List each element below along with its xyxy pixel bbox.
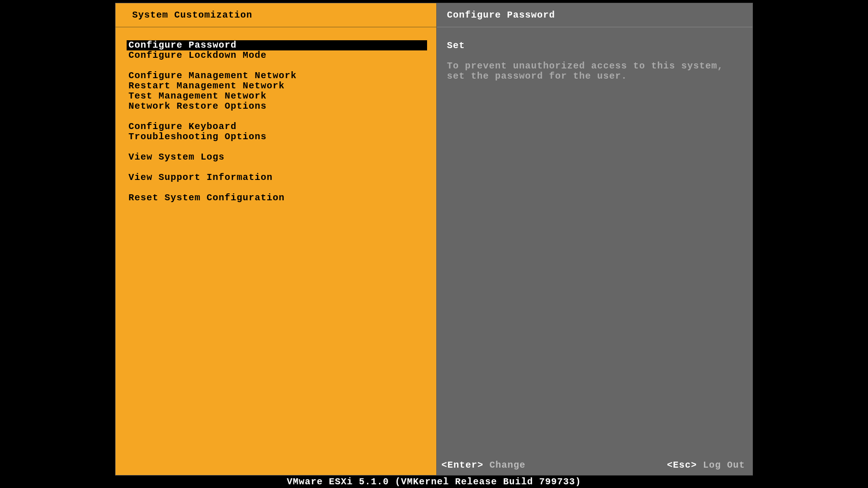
menu-group: View System Logs [116, 152, 436, 162]
menu-group: Configure Password Configure Lockdown Mo… [116, 40, 436, 61]
version-info: VMware ESXi 5.1.0 (VMKernel Release Buil… [287, 476, 581, 487]
menu-item-configure-management-network[interactable]: Configure Management Network [116, 71, 436, 81]
menu-container: Configure Password Configure Lockdown Mo… [116, 27, 436, 213]
menu-item-troubleshooting-options[interactable]: Troubleshooting Options [116, 132, 436, 142]
menu-item-reset-system-configuration[interactable]: Reset System Configuration [116, 193, 436, 203]
menu-group: Configure Keyboard Troubleshooting Optio… [116, 122, 436, 142]
left-panel: System Customization Configure Password … [116, 3, 437, 475]
right-content: Set To prevent unauthorized access to th… [437, 27, 752, 475]
password-status: Set [447, 40, 742, 51]
menu-item-configure-keyboard[interactable]: Configure Keyboard [116, 122, 436, 132]
right-panel: Configure Password Set To prevent unauth… [437, 3, 752, 475]
footer-bar: <Enter> Change <Esc> Log Out [437, 455, 752, 475]
left-panel-title: System Customization [116, 3, 436, 27]
menu-group: View Support Information [116, 173, 436, 183]
menu-item-view-system-logs[interactable]: View System Logs [116, 152, 436, 162]
menu-group: Configure Management Network Restart Man… [116, 71, 436, 111]
menu-item-view-support-information[interactable]: View Support Information [116, 173, 436, 183]
menu-item-configure-password[interactable]: Configure Password [127, 40, 427, 50]
esc-key-label: <Esc> [667, 460, 697, 470]
enter-key-label: <Enter> [441, 460, 483, 470]
menu-group: Reset System Configuration [116, 193, 436, 203]
dcui-main-container: System Customization Configure Password … [115, 3, 753, 476]
password-description: To prevent unauthorized access to this s… [447, 61, 742, 81]
footer-esc-hint: <Esc> Log Out [667, 460, 745, 470]
footer-enter-hint: <Enter> Change [441, 460, 526, 470]
enter-action-label: Change [489, 460, 526, 470]
menu-item-restart-management-network[interactable]: Restart Management Network [116, 81, 436, 91]
menu-item-configure-lockdown-mode[interactable]: Configure Lockdown Mode [116, 50, 436, 61]
menu-item-network-restore-options[interactable]: Network Restore Options [116, 101, 436, 111]
menu-item-test-management-network[interactable]: Test Management Network [116, 91, 436, 101]
right-panel-title: Configure Password [437, 3, 752, 27]
esc-action-label: Log Out [703, 460, 745, 470]
